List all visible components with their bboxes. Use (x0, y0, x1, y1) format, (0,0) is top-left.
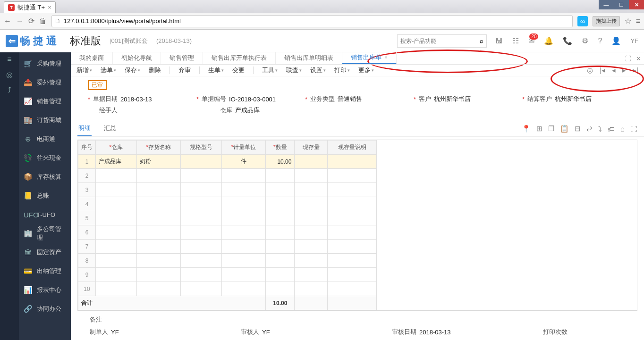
phone-icon[interactable]: 📞 (563, 36, 572, 45)
toolbar-设置[interactable]: 设置 ▾ (310, 66, 326, 75)
toolbar-联查[interactable]: 联查 ▾ (286, 66, 302, 75)
sidebar-item-5[interactable]: 💱往来现金 (19, 149, 71, 167)
toolbar-更多[interactable]: 更多 ▾ (358, 66, 374, 75)
sub-tab-summary[interactable]: 汇总 (103, 121, 117, 136)
sidebar-item-3[interactable]: 🏬订货商城 (19, 111, 71, 130)
toolbar-保存[interactable]: 保存 ▾ (125, 66, 140, 75)
col-3[interactable]: 规格型号 (181, 141, 222, 155)
save-header-icon[interactable]: 🖫 (495, 37, 503, 45)
table-row-empty[interactable]: 10 (78, 282, 377, 296)
page-tab-2[interactable]: 销售管理 (161, 52, 203, 64)
back-icon[interactable]: ← (4, 17, 11, 25)
table-row-empty[interactable]: 5 (78, 211, 377, 225)
messages-icon[interactable]: ✉20 (528, 36, 534, 45)
biz-type[interactable]: 普通销售 (338, 95, 362, 103)
sidebar-item-0[interactable]: 🛒采购管理 (19, 54, 71, 73)
extension-icon[interactable]: ∞ (577, 16, 588, 26)
search-box[interactable]: ⌕ (397, 34, 487, 48)
tasks-icon[interactable]: ☷ (512, 36, 519, 45)
gear-icon[interactable]: ⚙ (582, 36, 588, 45)
help-icon[interactable]: ? (598, 37, 602, 45)
toolbar-变更[interactable]: 变更 (232, 66, 245, 75)
bill-date[interactable]: 2018-03-13 (120, 96, 152, 103)
sidebar-item-8[interactable]: UFOT-UFO (19, 205, 71, 224)
target-icon[interactable]: ◎ (6, 70, 13, 79)
add-row-icon[interactable]: ⊞ (536, 124, 542, 133)
customer[interactable]: 杭州新华书店 (434, 95, 471, 103)
bill-no[interactable]: IO-2018-03-0001 (229, 96, 276, 103)
toolbar-打印[interactable]: 打印 ▾ (334, 66, 350, 75)
col-6[interactable]: 现存量 (295, 141, 328, 155)
insert-icon[interactable]: ⤵ (598, 125, 602, 133)
page-tab-1[interactable]: 初始化导航 (113, 52, 161, 64)
table-row[interactable]: 1产成品库奶粉件10.00 (78, 155, 377, 169)
window-minimize-button[interactable]: — (599, 0, 614, 9)
table-row-empty[interactable]: 2 (78, 169, 377, 183)
pin-icon[interactable]: 📍 (522, 124, 531, 133)
url-input[interactable] (64, 17, 569, 25)
table-row-empty[interactable]: 9 (78, 268, 377, 282)
home-icon[interactable]: ⌂ (620, 125, 625, 133)
sidebar-item-1[interactable]: 📤委外管理 (19, 73, 71, 92)
reload-icon[interactable]: ⟳ (28, 17, 34, 25)
sidebar-item-2[interactable]: 📈销售管理 (19, 92, 71, 111)
search-icon[interactable]: ⌕ (480, 37, 483, 44)
col-4[interactable]: *计量单位 (221, 141, 265, 155)
col-7[interactable]: 现存量说明 (328, 141, 377, 155)
page-tab-5[interactable]: 销售出库单× (342, 52, 397, 64)
close-tab-icon[interactable]: × (48, 4, 51, 11)
toolbar-生单[interactable]: 生单 ▾ (208, 66, 224, 75)
prev-record-icon[interactable]: ◂ (612, 66, 616, 75)
settle-cust[interactable]: 杭州新华书店 (555, 95, 592, 103)
menu-icon[interactable]: ≡ (636, 17, 640, 25)
warehouse[interactable]: 产成品库 (235, 106, 260, 115)
sidebar-item-4[interactable]: ⊕电商通 (19, 130, 71, 149)
tab-close-icon[interactable]: × (384, 54, 388, 61)
user-icon[interactable]: 👤 (611, 36, 621, 45)
drag-upload-button[interactable]: 拖拽上传 (593, 16, 620, 26)
bookmark-icon[interactable]: ☆ (625, 17, 631, 25)
col-0[interactable]: 序号 (78, 141, 96, 155)
toolbar-删除[interactable]: 删除 (149, 66, 161, 75)
page-tab-4[interactable]: 销售出库单明细表 (276, 52, 342, 64)
page-tab-0[interactable]: 我的桌面 (71, 52, 113, 64)
sub-tab-detail[interactable]: 明细 (77, 121, 92, 136)
copy-row-icon[interactable]: ❐ (548, 124, 554, 133)
sidebar-item-10[interactable]: 🏛固定资产 (19, 243, 71, 262)
browser-tab[interactable]: T 畅捷通 T+ × (4, 1, 56, 13)
col-5[interactable]: *数量 (266, 141, 295, 155)
sidebar-item-9[interactable]: 🏢多公司管理 (19, 224, 71, 243)
toolbar-工具[interactable]: 工具 ▾ (262, 66, 278, 75)
sidebar-item-6[interactable]: 📦库存核算 (19, 167, 71, 186)
last-record-icon[interactable]: ▸| (633, 66, 638, 75)
page-tab-3[interactable]: 销售出库开单执行表 (203, 52, 276, 64)
locate-icon[interactable]: ◎ (587, 66, 593, 75)
tag-icon[interactable]: 🏷 (608, 125, 615, 133)
bell-icon[interactable]: 🔔 (544, 36, 553, 45)
delete-row-icon[interactable]: ⊟ (575, 124, 581, 133)
table-row-empty[interactable]: 6 (78, 225, 377, 240)
sidebar-item-13[interactable]: 🔗协同办公 (19, 299, 71, 318)
next-record-icon[interactable]: ▸ (622, 66, 626, 75)
forward-icon[interactable]: → (16, 17, 24, 25)
sidebar-item-7[interactable]: 📒总账 (19, 186, 71, 205)
toolbar-弃审[interactable]: 弃审 (178, 66, 191, 75)
toolbar-新增[interactable]: 新增 ▾ (76, 66, 92, 75)
table-row-empty[interactable]: 3 (78, 183, 377, 197)
trash-icon[interactable]: 🗑 (39, 17, 47, 25)
address-bar[interactable]: 🗋 (51, 15, 573, 27)
expand-icon[interactable]: ⛶ (625, 55, 631, 62)
fullscreen-icon[interactable]: ⛶ (630, 125, 637, 133)
col-2[interactable]: *存货名称 (136, 141, 180, 155)
first-record-icon[interactable]: |◂ (600, 66, 605, 75)
export-icon[interactable]: ⤴ (8, 86, 11, 94)
sidebar-item-12[interactable]: 📊报表中心 (19, 281, 71, 299)
table-row-empty[interactable]: 4 (78, 197, 377, 211)
table-row-empty[interactable]: 8 (78, 254, 377, 268)
search-input[interactable] (400, 38, 477, 44)
window-close-button[interactable]: ✕ (629, 0, 644, 9)
move-up-icon[interactable]: ⇄ (586, 124, 593, 133)
col-1[interactable]: *仓库 (96, 141, 137, 155)
window-maximize-button[interactable]: ☐ (614, 0, 629, 9)
clipboard-icon[interactable]: 📋 (560, 124, 569, 133)
